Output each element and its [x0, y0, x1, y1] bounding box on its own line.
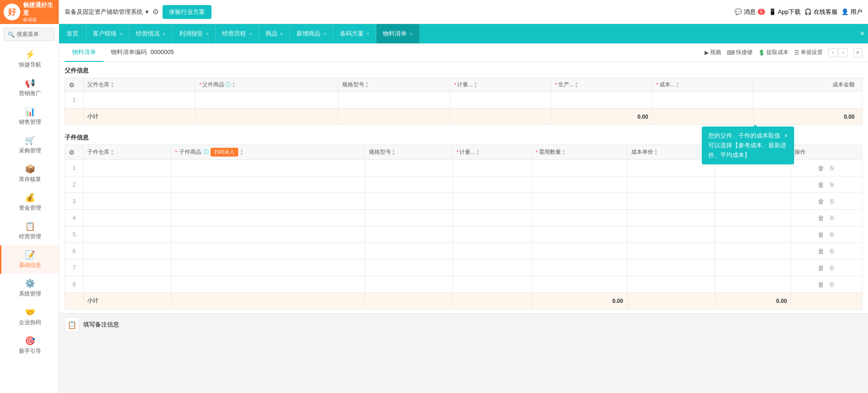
- try-button[interactable]: 体验行业方案: [163, 5, 211, 19]
- parent-row-1-production[interactable]: [551, 92, 652, 109]
- note-icon[interactable]: 📋: [65, 317, 79, 332]
- nav-tab-new-product[interactable]: 新增商品 ×: [290, 24, 333, 43]
- child-row-4-warehouse[interactable]: [84, 210, 171, 226]
- nav-tab-history[interactable]: 经营历程 ×: [216, 24, 259, 43]
- child-row-3-unit[interactable]: [452, 193, 531, 210]
- sidebar-item-marketing[interactable]: 📢 营销推广: [0, 73, 59, 102]
- online-service-action[interactable]: 🎧 在线客服: [804, 8, 838, 16]
- sidebar-item-inventory[interactable]: 📦 库存核算: [0, 159, 59, 188]
- child-row-2-warehouse[interactable]: [84, 176, 171, 193]
- video-action[interactable]: ▶ 视频: [705, 48, 721, 56]
- parent-row-1-cost[interactable]: [652, 92, 753, 109]
- child-row-7-warehouse[interactable]: [84, 260, 171, 276]
- child-product-sort[interactable]: ▲▼: [240, 149, 244, 156]
- scan-button[interactable]: 扫码录入: [211, 148, 238, 157]
- sidebar-item-finance[interactable]: 💰 资金管理: [0, 188, 59, 217]
- child-row-4-product[interactable]: [171, 210, 365, 226]
- production-sort[interactable]: ▲▼: [575, 81, 579, 89]
- child-row-7-unit[interactable]: [452, 260, 531, 276]
- child-row-6-unit[interactable]: [452, 243, 531, 260]
- child-warehouse-sort[interactable]: ▲▼: [110, 149, 114, 156]
- nav-tab-operations-status[interactable]: 经营情况 ×: [129, 24, 172, 43]
- copy-icon-6[interactable]: ⎘: [827, 247, 837, 256]
- child-row-4-unit-cost[interactable]: [627, 210, 715, 226]
- child-row-6-product[interactable]: [171, 243, 365, 260]
- sidebar-item-operations[interactable]: 📋 经营管理: [0, 217, 59, 245]
- delete-icon-8[interactable]: 🗑: [816, 280, 826, 289]
- sidebar-item-quick-nav[interactable]: ⚡ 快捷导航: [0, 45, 59, 73]
- child-row-2-spec[interactable]: [365, 176, 452, 193]
- child-row-7-spec[interactable]: [365, 260, 452, 276]
- child-row-1-spec[interactable]: [365, 160, 452, 176]
- child-row-3-warehouse[interactable]: [84, 193, 171, 210]
- child-row-8-unit-cost[interactable]: [627, 276, 715, 293]
- product-info-icon[interactable]: ⓘ: [225, 81, 231, 89]
- sidebar-item-guide[interactable]: 🎯 新手引导: [0, 331, 59, 360]
- child-row-7-product[interactable]: [171, 260, 365, 276]
- delete-icon-2[interactable]: 🗑: [816, 180, 826, 189]
- child-row-1-quantity[interactable]: [531, 160, 627, 176]
- nav-tab-profit[interactable]: 利润报告 ×: [173, 24, 216, 43]
- child-row-7-unit-cost[interactable]: [627, 260, 715, 276]
- child-row-6-spec[interactable]: [365, 243, 452, 260]
- parent-row-1-product[interactable]: [195, 92, 338, 109]
- child-row-8-unit[interactable]: [452, 276, 531, 293]
- shortcut-action[interactable]: ⌨ 快捷键: [727, 48, 753, 56]
- nav-prev[interactable]: ‹: [828, 48, 838, 57]
- nav-tab-products[interactable]: 商品 ×: [259, 24, 290, 43]
- nav-close-all[interactable]: ×: [860, 30, 868, 38]
- history-tab-close[interactable]: ×: [249, 31, 252, 36]
- child-row-5-unit[interactable]: [452, 226, 531, 243]
- nav-menu[interactable]: ≡: [853, 48, 862, 57]
- child-row-5-product[interactable]: [171, 226, 365, 243]
- child-row-6-unit-cost[interactable]: [627, 243, 715, 260]
- search-button[interactable]: 🔍 搜索菜单: [4, 28, 55, 41]
- child-row-4-quantity[interactable]: [531, 210, 627, 226]
- copy-icon-4[interactable]: ⎘: [827, 213, 837, 223]
- child-row-2-unit[interactable]: [452, 176, 531, 193]
- child-row-8-product[interactable]: [171, 276, 365, 293]
- child-row-2-quantity[interactable]: [531, 176, 627, 193]
- operations-status-tab-close[interactable]: ×: [163, 31, 165, 36]
- system-selector[interactable]: 装备及固定资产辅助管理系统 ▾: [65, 8, 149, 16]
- parent-row-1-warehouse[interactable]: [84, 92, 195, 109]
- child-row-6-quantity[interactable]: [531, 243, 627, 260]
- child-unit-cost-sort[interactable]: ▲▼: [654, 149, 658, 156]
- child-quantity-sort[interactable]: ▲▼: [562, 149, 566, 156]
- copy-icon-7[interactable]: ⎘: [827, 263, 837, 272]
- settings-icon[interactable]: ⚙: [152, 7, 159, 16]
- nav-tab-customers[interactable]: 客户联络 ×: [86, 24, 129, 43]
- child-row-3-unit-cost[interactable]: [627, 193, 715, 210]
- child-row-3-quantity[interactable]: [531, 193, 627, 210]
- new-product-tab-close[interactable]: ×: [323, 31, 326, 36]
- sidebar-item-basic[interactable]: 📝 基础信息: [0, 245, 59, 274]
- delete-icon-6[interactable]: 🗑: [816, 247, 826, 256]
- child-row-8-spec[interactable]: [365, 276, 452, 293]
- child-row-5-warehouse[interactable]: [84, 226, 171, 243]
- unit-sort[interactable]: ▲▼: [474, 81, 477, 89]
- child-row-5-spec[interactable]: [365, 226, 452, 243]
- child-row-2-unit-cost[interactable]: [627, 176, 715, 193]
- barcode-tab-close[interactable]: ×: [367, 31, 369, 36]
- copy-icon-2[interactable]: ⎘: [827, 180, 837, 189]
- warehouse-sort[interactable]: ▲▼: [110, 81, 114, 89]
- products-tab-close[interactable]: ×: [280, 31, 283, 36]
- customers-tab-close[interactable]: ×: [120, 31, 122, 36]
- child-row-7-quantity[interactable]: [531, 260, 627, 276]
- sidebar-item-purchase[interactable]: 🛒 采购管理: [0, 131, 59, 159]
- copy-icon-3[interactable]: ⎘: [827, 197, 837, 206]
- cost-extract-action[interactable]: 💲 提取成本: [758, 48, 789, 56]
- sub-tab-bom-list[interactable]: 物料清单: [65, 43, 103, 62]
- child-product-info-icon[interactable]: ⓘ: [203, 148, 209, 156]
- child-row-2-product[interactable]: [171, 176, 365, 193]
- child-row-8-warehouse[interactable]: [84, 276, 171, 293]
- sidebar-item-system[interactable]: ⚙️ 系统管理: [0, 274, 59, 302]
- copy-icon-1[interactable]: ⎘: [827, 163, 837, 173]
- nav-tab-barcode[interactable]: 条码方案 ×: [333, 24, 376, 43]
- doc-settings-action[interactable]: ☰ 单据设置: [794, 48, 823, 56]
- copy-icon-8[interactable]: ⎘: [827, 280, 837, 289]
- delete-icon-1[interactable]: 🗑: [816, 163, 826, 173]
- child-row-4-spec[interactable]: [365, 210, 452, 226]
- user-action[interactable]: 👤 用户: [841, 8, 862, 16]
- delete-icon-4[interactable]: 🗑: [816, 213, 826, 223]
